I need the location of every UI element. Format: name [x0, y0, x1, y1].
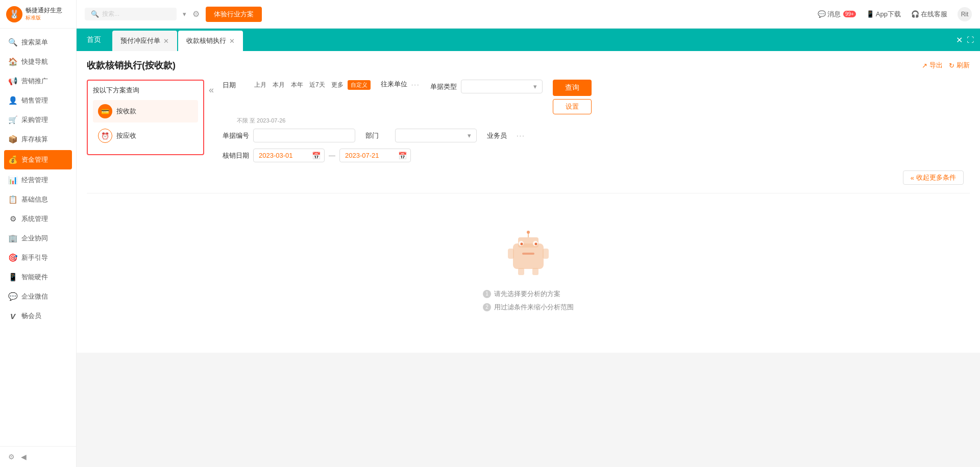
setting-button[interactable]: 设置	[553, 99, 592, 114]
tab-close-all-icon[interactable]: ✕	[956, 35, 963, 45]
export-label: 导出	[929, 61, 943, 70]
message-badge: 99+	[843, 11, 856, 17]
sidebar-item-sales[interactable]: 👤 销售管理	[0, 91, 76, 110]
search-box[interactable]: 🔍 搜索...	[85, 8, 177, 20]
member-icon: V	[8, 312, 17, 321]
doc-number-input[interactable]	[253, 129, 355, 142]
date-range-dash: —	[329, 152, 335, 159]
tip-row-2: 2 用过滤条件来缩小分析范围	[483, 301, 574, 314]
header-dropdown-icon[interactable]: ▾	[183, 10, 186, 18]
sidebar-item-finance[interactable]: 💰 资金管理	[4, 150, 72, 169]
sidebar-label-enterprise: 企业协同	[21, 234, 48, 243]
sidebar-item-enterprise[interactable]: 🏢 企业协同	[0, 229, 76, 248]
staff-field: 业务员 ···	[487, 131, 525, 140]
quick-nav-icon: 🏠	[8, 57, 17, 66]
tab-receipts-label: 收款核销执行	[186, 36, 226, 45]
industry-plan-button[interactable]: 体验行业方案	[206, 7, 262, 22]
message-icon: 💬	[818, 10, 826, 18]
filter-collapse-btn[interactable]: «	[206, 85, 216, 95]
settings-footer-icon[interactable]: ⚙	[8, 453, 15, 461]
query-button[interactable]: 查询	[553, 80, 592, 96]
sidebar-item-purchase[interactable]: 🛒 采购管理	[0, 110, 76, 130]
svg-point-7	[535, 243, 537, 245]
header-gear-icon[interactable]: ⚙	[192, 9, 200, 19]
sidebar-item-hardware[interactable]: 📱 智能硬件	[0, 267, 76, 287]
content-divider	[87, 193, 970, 193]
collapse-sidebar-icon[interactable]: ◀	[21, 453, 27, 461]
tab-receipts[interactable]: 收款核销执行 ✕	[178, 31, 243, 51]
counterparty-input[interactable]: ···	[411, 81, 420, 88]
sidebar-item-basic-info[interactable]: 📋 基础信息	[0, 190, 76, 209]
tab-receipts-close[interactable]: ✕	[229, 37, 235, 45]
collapse-more-button[interactable]: « 收起更多条件	[903, 170, 964, 185]
search-icon: 🔍	[91, 10, 99, 18]
svg-rect-11	[518, 268, 524, 275]
sidebar-label-marketing: 营销推广	[21, 77, 48, 86]
svg-rect-9	[508, 249, 514, 259]
tip-text-2: 用过滤条件来缩小分析范围	[494, 301, 574, 314]
sidebar-item-guide[interactable]: 🎯 新手引导	[0, 248, 76, 267]
sidebar-item-inventory[interactable]: 📦 库存核算	[0, 130, 76, 149]
department-select[interactable]: ▾	[395, 129, 477, 142]
department-label: 部门	[365, 131, 391, 140]
dept-chevron: ▾	[468, 132, 471, 139]
svg-point-3	[527, 231, 530, 234]
sidebar-item-wechat[interactable]: 💬 企业微信	[0, 287, 76, 306]
svg-rect-10	[543, 249, 549, 259]
doc-type-select[interactable]: ▾	[461, 80, 543, 93]
collapse-more-label: 收起更多条件	[916, 173, 956, 182]
sidebar-item-search-menu[interactable]: 🔍 搜索菜单	[0, 33, 76, 52]
tab-prepay-close[interactable]: ✕	[163, 37, 169, 45]
finance-icon: 💰	[8, 155, 17, 164]
tab-home[interactable]: 首页	[77, 29, 111, 51]
date-options: 上月 本月 本年 近7天 更多 自定义	[252, 80, 371, 90]
writeoff-end-calendar-icon[interactable]: 📅	[398, 152, 407, 160]
logo-icon: 🐰	[6, 6, 22, 22]
sidebar-label-basic-info: 基础信息	[21, 195, 48, 204]
sidebar-label-sales: 销售管理	[21, 96, 48, 105]
user-avatar[interactable]: Rit	[958, 7, 972, 21]
staff-input[interactable]: ···	[517, 132, 525, 139]
sidebar-item-operations[interactable]: 📊 经营管理	[0, 170, 76, 190]
logo-sub: 标准版	[26, 14, 62, 21]
doc-number-field: 单据编号	[223, 129, 355, 142]
date-7days[interactable]: 近7天	[307, 80, 327, 90]
date-custom[interactable]: 自定义	[348, 80, 371, 90]
doc-type-label: 单据类型	[430, 82, 457, 91]
sidebar-item-marketing[interactable]: 📢 营销推广	[0, 71, 76, 91]
logo-area: 🐰 畅捷通好生意 标准版	[0, 0, 76, 29]
top-header: 🔍 搜索... ▾ ⚙ 体验行业方案 💬 消息 99+ 📱 App下载 🎧 在线…	[77, 0, 980, 29]
sidebar-label-operations: 经营管理	[21, 176, 48, 185]
date-this-month[interactable]: 本月	[271, 80, 287, 90]
app-download[interactable]: 📱 App下载	[866, 10, 901, 19]
date-hint-area: 不限 至 2023-07-26	[237, 116, 964, 125]
sidebar-label-purchase: 采购管理	[21, 115, 48, 125]
tab-prepay[interactable]: 预付冲应付单 ✕	[112, 31, 177, 51]
by-receivable-label: 按应收	[116, 131, 136, 140]
date-more[interactable]: 更多	[329, 80, 346, 90]
writeoff-start-wrap: 📅	[253, 149, 325, 162]
purchase-icon: 🛒	[8, 115, 17, 125]
refresh-button[interactable]: ↻ 刷新	[949, 61, 970, 70]
message-icon-area[interactable]: 💬 消息 99+	[818, 10, 856, 19]
export-button[interactable]: ↗ 导出	[922, 61, 943, 70]
sidebar-item-system[interactable]: ⚙ 系统管理	[0, 209, 76, 229]
empty-illustration	[503, 228, 554, 279]
sidebar-item-member[interactable]: V 畅会员	[0, 306, 76, 326]
logo-name: 畅捷通好生意	[26, 7, 62, 15]
doc-number-label: 单据编号	[223, 131, 249, 140]
date-hint: 不限 至 2023-07-26	[237, 117, 285, 124]
tab-expand-icon[interactable]: ⛶	[967, 36, 974, 44]
writeoff-start-calendar-icon[interactable]: 📅	[312, 152, 321, 160]
filter-option-by-receipt[interactable]: 💳 按收款	[93, 100, 198, 122]
message-label: 消息	[827, 10, 841, 19]
sidebar-item-quick-nav[interactable]: 🏠 快捷导航	[0, 52, 76, 71]
page-inner: 收款核销执行(按收款) ↗ 导出 ↻ 刷新 按以下方案查询	[77, 51, 980, 353]
main-area: 🔍 搜索... ▾ ⚙ 体验行业方案 💬 消息 99+ 📱 App下载 🎧 在线…	[77, 0, 980, 467]
online-service[interactable]: 🎧 在线客服	[911, 10, 947, 19]
date-last-month[interactable]: 上月	[252, 80, 268, 90]
inventory-icon: 📦	[8, 135, 17, 144]
tab-prepay-label: 预付冲应付单	[120, 36, 160, 45]
date-this-year[interactable]: 本年	[289, 80, 305, 90]
filter-option-by-receivable[interactable]: ⏰ 按应收	[93, 125, 198, 147]
